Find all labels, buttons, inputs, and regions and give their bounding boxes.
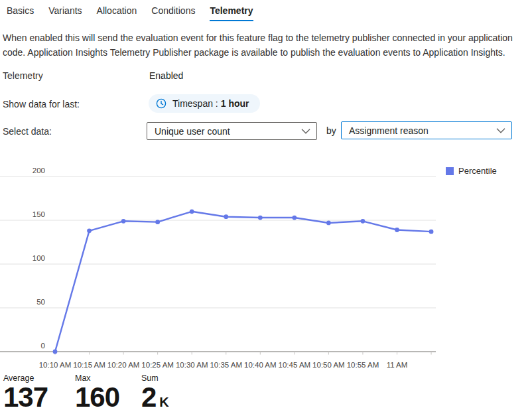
- usage-chart-area: 05010015020010:10 AM10:15 AM10:20 AM10:2…: [0, 165, 532, 376]
- x-axis-tick-label: 10:40 AM: [244, 361, 277, 369]
- telemetry-line-chart: 05010015020010:10 AM10:15 AM10:20 AM10:2…: [0, 165, 532, 376]
- data-point[interactable]: [53, 350, 58, 354]
- select-data-label: Select data:: [3, 126, 52, 137]
- timespan-chip-text: Timespan :1 hour: [172, 98, 249, 109]
- metric-dropdown[interactable]: Unique user count: [147, 122, 317, 140]
- data-point[interactable]: [429, 230, 434, 234]
- data-point[interactable]: [395, 228, 399, 232]
- tab-variants[interactable]: Variants: [48, 5, 82, 21]
- timespan-value: 1 hour: [221, 98, 249, 109]
- dimension-dropdown-value: Assignment reason: [349, 125, 429, 136]
- x-axis-tick-label: 10:10 AM: [39, 361, 72, 369]
- telemetry-status-value: Enabled: [149, 70, 183, 81]
- metric-dropdown-value: Unique user count: [155, 126, 230, 137]
- data-point[interactable]: [361, 219, 366, 224]
- data-point[interactable]: [224, 214, 228, 219]
- chevron-down-icon: [496, 128, 505, 133]
- stat-sum: Sum 2K: [141, 374, 169, 414]
- summary-stats: Average 137 Max 160 Sum 2K: [0, 374, 532, 414]
- stat-average-value: 137: [3, 383, 51, 411]
- data-point[interactable]: [258, 216, 263, 220]
- show-data-for-last-label: Show data for last:: [3, 99, 80, 109]
- data-point[interactable]: [121, 219, 126, 224]
- stat-average-number: 137: [3, 383, 48, 411]
- timespan-prefix: Timespan :: [172, 98, 218, 109]
- y-axis-tick-label: 100: [33, 254, 45, 262]
- stat-average: Average 137: [3, 374, 51, 411]
- legend-item-percentile[interactable]: Percentile: [446, 166, 497, 176]
- data-point[interactable]: [292, 216, 297, 220]
- data-point[interactable]: [190, 209, 194, 214]
- data-point[interactable]: [155, 220, 160, 224]
- timespan-chip[interactable]: Timespan :1 hour: [149, 94, 260, 113]
- telemetry-field-label: Telemetry: [3, 70, 43, 81]
- dimension-dropdown[interactable]: Assignment reason: [341, 121, 512, 139]
- legend-label: Percentile: [458, 166, 497, 176]
- x-axis-tick-label: 10:20 AM: [107, 361, 140, 369]
- legend-swatch: [446, 167, 454, 175]
- x-axis-tick-label: 11 AM: [387, 361, 408, 369]
- y-axis-tick-label: 0: [41, 342, 45, 350]
- y-axis-tick-label: 200: [33, 167, 45, 174]
- x-axis-tick-label: 10:15 AM: [73, 361, 105, 369]
- stat-max: Max 160: [75, 374, 123, 411]
- y-axis-tick-label: 150: [33, 210, 45, 218]
- by-label: by: [326, 125, 336, 136]
- tab-allocation[interactable]: Allocation: [97, 5, 137, 21]
- stat-sum-value: 2K: [141, 383, 169, 414]
- x-axis-tick-label: 10:50 AM: [312, 361, 345, 369]
- chevron-down-icon: [301, 129, 310, 134]
- data-point[interactable]: [87, 228, 92, 233]
- series-line-percentile: [55, 212, 431, 352]
- stat-max-number: 160: [75, 383, 119, 411]
- x-axis-tick-label: 10:35 AM: [210, 361, 242, 369]
- x-axis-tick-label: 10:45 AM: [279, 361, 311, 369]
- x-axis-tick-label: 10:55 AM: [347, 361, 379, 369]
- tab-bar: Basics Variants Allocation Conditions Te…: [7, 5, 253, 21]
- y-axis-tick-label: 50: [36, 298, 45, 306]
- x-axis-tick-label: 10:25 AM: [141, 361, 174, 369]
- stat-max-value: 160: [75, 383, 123, 411]
- stat-sum-suffix: K: [159, 388, 168, 414]
- data-point[interactable]: [326, 221, 331, 226]
- telemetry-description: When enabled this will send the evaluati…: [3, 31, 529, 60]
- stat-sum-number: 2: [141, 383, 156, 411]
- tab-telemetry[interactable]: Telemetry: [210, 5, 253, 21]
- x-axis-tick-label: 10:30 AM: [176, 361, 208, 369]
- feature-flag-telemetry-page: Basics Variants Allocation Conditions Te…: [0, 0, 532, 414]
- tab-conditions[interactable]: Conditions: [151, 5, 195, 21]
- clock-icon: [156, 98, 166, 109]
- tab-basics[interactable]: Basics: [7, 5, 34, 21]
